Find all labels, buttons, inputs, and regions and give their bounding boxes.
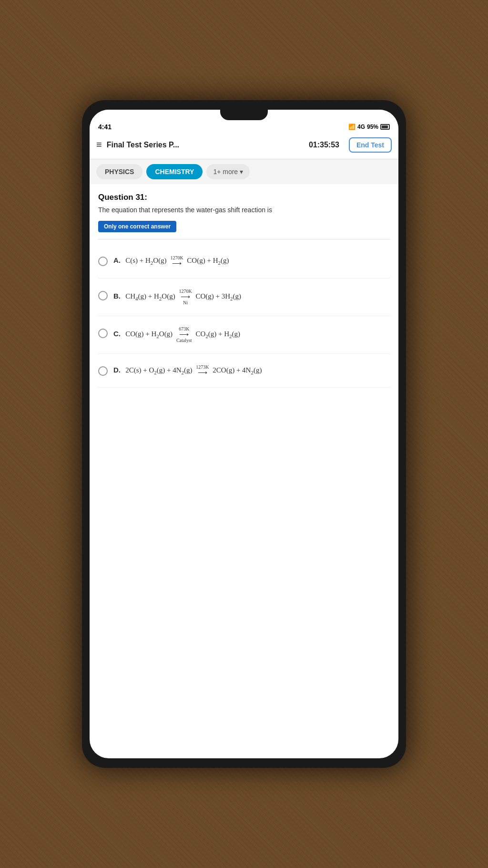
header-title: Final Test Series P... bbox=[107, 141, 304, 149]
battery-icon bbox=[380, 124, 390, 130]
tab-more[interactable]: 1+ more ▾ bbox=[206, 164, 250, 179]
option-d-prefix: D. bbox=[113, 366, 121, 374]
end-test-button[interactable]: End Test bbox=[349, 137, 392, 153]
timer-display: 01:35:53 bbox=[309, 141, 339, 149]
status-icons: 📶 4G 95% bbox=[348, 124, 390, 130]
radio-a[interactable] bbox=[98, 257, 108, 266]
option-b-label: B. CH4(g) + H2O(g) 1270K ⟶ Ni CO(g) + 3H… bbox=[113, 289, 241, 305]
phone-screen: 4:41 📶 4G 95% ≡ Final Test Series P... 0… bbox=[90, 110, 398, 758]
answer-type-badge: Only one correct answer bbox=[98, 221, 176, 232]
option-b-prefix: B. bbox=[113, 292, 121, 300]
radio-d[interactable] bbox=[98, 366, 108, 376]
status-time: 4:41 bbox=[98, 123, 112, 131]
option-a-prefix: A. bbox=[113, 256, 121, 264]
option-d-formula: 2C(s) + O2(g) + 4N2(g) 1273K ⟶ 2CO(g) + … bbox=[125, 366, 262, 374]
tab-chemistry[interactable]: CHEMISTRY bbox=[146, 164, 203, 179]
option-b[interactable]: B. CH4(g) + H2O(g) 1270K ⟶ Ni CO(g) + 3H… bbox=[98, 279, 390, 316]
option-a-label: A. C(s) + H2O(g) 1270K ⟶ CO(g) + H2(g) bbox=[113, 255, 229, 268]
tab-physics[interactable]: PHYSICS bbox=[96, 164, 142, 179]
battery-label: 95% bbox=[367, 124, 378, 130]
network-icon: 📶 bbox=[348, 124, 356, 130]
radio-b[interactable] bbox=[98, 291, 108, 300]
question-area: Question 31: The equation that represent… bbox=[90, 184, 398, 244]
option-b-formula: CH4(g) + H2O(g) 1270K ⟶ Ni CO(g) + 3H2(g… bbox=[125, 292, 241, 300]
phone-notch bbox=[220, 110, 268, 120]
phone-frame: 4:41 📶 4G 95% ≡ Final Test Series P... 0… bbox=[82, 100, 406, 768]
menu-icon[interactable]: ≡ bbox=[96, 139, 102, 150]
option-d[interactable]: D. 2C(s) + O2(g) + 4N2(g) 1273K ⟶ 2CO(g)… bbox=[98, 354, 390, 388]
option-c-formula: CO(g) + H2O(g) 673K ⟶ Catalyst CO2(g) + … bbox=[125, 330, 240, 338]
chevron-down-icon: ▾ bbox=[240, 168, 243, 176]
network-label: 4G bbox=[357, 124, 365, 130]
option-c-label: C. CO(g) + H2O(g) 673K ⟶ Catalyst CO2(g)… bbox=[113, 327, 240, 343]
tabs-bar: PHYSICS CHEMISTRY 1+ more ▾ bbox=[90, 159, 398, 184]
option-c-prefix: C. bbox=[113, 330, 121, 338]
option-c[interactable]: C. CO(g) + H2O(g) 673K ⟶ Catalyst CO2(g)… bbox=[98, 316, 390, 354]
app-header: ≡ Final Test Series P... 01:35:53 End Te… bbox=[90, 131, 398, 159]
options-area: A. C(s) + H2O(g) 1270K ⟶ CO(g) + H2(g) bbox=[90, 244, 398, 388]
option-d-label: D. 2C(s) + O2(g) + 4N2(g) 1273K ⟶ 2CO(g)… bbox=[113, 364, 262, 377]
option-a-formula: C(s) + H2O(g) 1270K ⟶ CO(g) + H2(g) bbox=[125, 257, 229, 264]
question-text: The equation that represents the water-g… bbox=[98, 205, 390, 215]
question-number: Question 31: bbox=[98, 193, 390, 202]
radio-c[interactable] bbox=[98, 329, 108, 338]
more-label: 1+ more bbox=[213, 168, 238, 176]
divider bbox=[98, 239, 390, 239]
option-a[interactable]: A. C(s) + H2O(g) 1270K ⟶ CO(g) + H2(g) bbox=[98, 244, 390, 279]
